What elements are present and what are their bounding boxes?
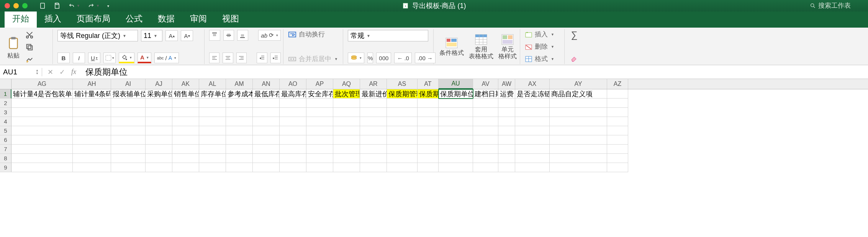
format-painter-button[interactable] [25,54,34,64]
cell[interactable] [498,163,515,172]
cell[interactable] [515,154,550,163]
cell[interactable] [333,99,360,108]
fullscreen-window-button[interactable] [22,3,28,8]
select-all-corner[interactable] [0,79,11,89]
cell[interactable] [498,108,515,117]
cell[interactable] [498,154,515,163]
cell[interactable] [111,126,146,135]
cell[interactable] [280,154,306,163]
cell[interactable] [73,99,111,108]
insert-function-button[interactable]: fx [71,68,76,76]
cell[interactable] [418,145,439,154]
cell[interactable] [199,145,226,154]
cell[interactable] [439,135,473,145]
cell[interactable] [333,163,360,172]
wrap-text-button[interactable]: 自动换行 [288,30,341,39]
tab-view[interactable]: 视图 [215,10,247,28]
cell[interactable] [226,163,253,172]
cell[interactable] [146,145,172,154]
cell[interactable]: 安全库存 [306,89,333,99]
cell[interactable] [333,126,360,135]
column-header-AI[interactable]: AI [111,79,146,89]
column-header-AG[interactable]: AG [11,79,73,89]
cell[interactable]: 报表辅单位 [111,89,146,99]
decrease-decimal-button[interactable]: .00→ [415,53,436,63]
cell[interactable] [111,154,146,163]
align-left-button[interactable] [209,53,219,63]
delete-cells-button[interactable]: 删除▼ [525,42,562,51]
cell[interactable] [172,145,199,154]
cell[interactable] [498,135,515,145]
cell[interactable] [172,154,199,163]
cell[interactable] [199,108,226,117]
row-header-3[interactable]: 3 [0,108,11,117]
cell[interactable] [11,154,73,163]
cell[interactable] [333,154,360,163]
sheet-search[interactable] [810,2,864,10]
row-header-6[interactable]: 6 [0,135,11,145]
cell[interactable] [418,163,439,172]
cell[interactable] [306,108,333,117]
cell[interactable] [306,145,333,154]
cell[interactable] [360,135,387,145]
undo-button[interactable]: ▼ [68,2,80,9]
currency-button[interactable]: ▾ [348,53,364,63]
column-header-AS[interactable]: AS [387,79,418,89]
cell[interactable] [439,108,473,117]
cell[interactable] [515,135,550,145]
column-header-AR[interactable]: AR [360,79,387,89]
row-header-4[interactable]: 4 [0,117,11,126]
cell[interactable]: 是否走冻链 [515,89,550,99]
cell[interactable] [439,117,473,126]
cell[interactable] [515,126,550,135]
cell[interactable] [253,154,280,163]
cell[interactable] [607,117,628,126]
cut-button[interactable] [25,30,34,40]
spreadsheet-grid[interactable]: AGAHAIAJAKALAMANAOAPAQARASATAUAVAWAXAYAZ… [0,79,868,172]
align-top-button[interactable] [209,30,220,41]
cell[interactable] [306,117,333,126]
document-icon[interactable] [39,2,46,9]
comma-style-button[interactable]: 000 [376,53,391,63]
cell[interactable] [418,108,439,117]
cell[interactable] [498,126,515,135]
cell[interactable] [387,117,418,126]
cell[interactable] [226,154,253,163]
cell[interactable] [387,126,418,135]
cell[interactable] [11,145,73,154]
copy-button[interactable] [25,42,34,52]
format-as-table-button[interactable]: 套用 表格格式 [469,34,493,59]
cell[interactable] [280,163,306,172]
cell[interactable] [515,145,550,154]
column-header-AU[interactable]: AU [439,79,473,89]
font-name-combo[interactable]: 等线 Regular (正文)▼ [57,30,138,41]
name-box-stepper[interactable]: ▲▼ [36,69,39,75]
cell[interactable] [146,135,172,145]
cell[interactable] [607,89,628,99]
phonetic-button[interactable]: abc/A▾ [154,53,179,63]
cell[interactable]: 采购单位 [146,89,172,99]
cell[interactable] [607,135,628,145]
decrease-indent-button[interactable] [257,53,267,63]
column-header-AV[interactable]: AV [473,79,498,89]
cell[interactable] [146,154,172,163]
cell[interactable] [73,154,111,163]
cell[interactable] [280,99,306,108]
cell[interactable] [306,154,333,163]
cell[interactable] [11,135,73,145]
cell[interactable] [172,99,199,108]
cell[interactable] [199,126,226,135]
cell[interactable] [199,154,226,163]
cell[interactable] [199,163,226,172]
row-header-9[interactable]: 9 [0,163,11,172]
cell[interactable] [439,126,473,135]
format-cells-button[interactable]: 格式▼ [525,54,562,63]
cell[interactable] [498,99,515,108]
insert-cells-button[interactable]: 插入▼ [525,30,562,39]
cell[interactable] [333,108,360,117]
cell[interactable] [387,145,418,154]
percent-button[interactable]: % [367,53,373,63]
cell[interactable] [280,108,306,117]
column-header-AO[interactable]: AO [280,79,306,89]
cell[interactable] [306,126,333,135]
